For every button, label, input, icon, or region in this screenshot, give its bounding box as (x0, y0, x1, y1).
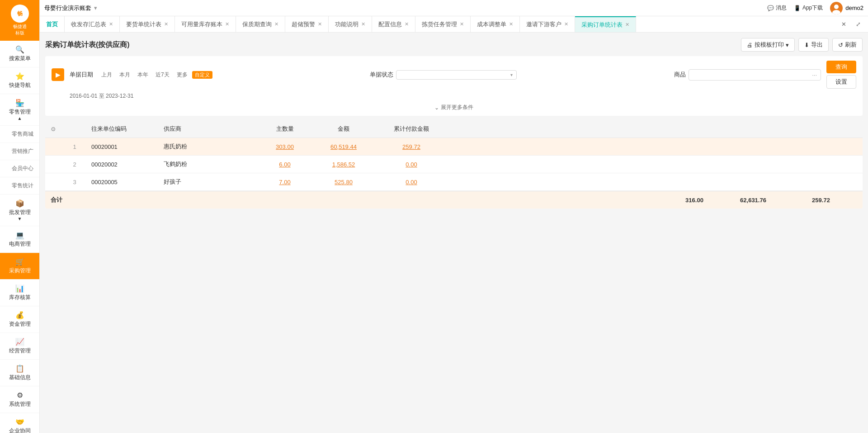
tabbar: 首页 收发存汇总表 ✕ 要货单统计表 ✕ 可用量库存账本 ✕ 保质期查询 ✕ 超… (40, 16, 868, 33)
retail-icon: 🏪 (15, 99, 24, 107)
tab-shoufahu-label: 收发存汇总表 (71, 20, 106, 29)
page-title: 采购订单统计表(按供应商) (45, 40, 130, 50)
tab-chaochao-close[interactable]: ✕ (318, 21, 322, 27)
row2-paid[interactable]: 0.00 (375, 156, 448, 173)
tab-keyong-close[interactable]: ✕ (225, 21, 229, 27)
query-button[interactable]: 查询 (826, 61, 856, 73)
tab-expand-button[interactable]: ⤢ (852, 18, 864, 31)
filter-date-range-row: 2016-01-01 至 2023-12-31 (52, 92, 856, 100)
tab-chengben[interactable]: 成本调整单 ✕ (471, 16, 520, 33)
tab-chaochao-label: 超储预警 (292, 20, 315, 29)
sidebar-label-purchase: 采购管理 (9, 267, 31, 275)
expand-icon: ⌄ (434, 105, 439, 111)
row3-qty[interactable]: 7.00 (258, 173, 312, 191)
row2-amount[interactable]: 1,586.52 (312, 156, 375, 173)
tab-caigou[interactable]: 采购订单统计表 ✕ (575, 16, 636, 33)
settings-gear-icon[interactable]: ⚙ (51, 126, 56, 133)
export-button[interactable]: ⬇ 导出 (798, 38, 829, 52)
sidebar-item-batch[interactable]: 📦 批发管理 ▼ (0, 195, 39, 226)
sidebar-label-basic: 基础信息 (9, 374, 31, 381)
sidebar-item-quick[interactable]: ⭐ 快捷导航 (0, 67, 39, 94)
refresh-button[interactable]: ↺ 刷新 (832, 38, 863, 52)
row2-code: 00020002 (86, 156, 158, 173)
status-dropdown[interactable]: ▾ (396, 70, 517, 80)
tab-peizhi[interactable]: 配置信息 ✕ (372, 16, 415, 33)
sidebar-item-system[interactable]: ⚙ 系统管理 (0, 386, 39, 413)
tab-yaoqing[interactable]: 邀请下游客户 ✕ (520, 16, 575, 33)
tab-tuohuo-close[interactable]: ✕ (460, 21, 464, 27)
print-button[interactable]: 🖨 按模板打印 ▾ (741, 38, 795, 52)
row1-qty[interactable]: 303.00 (258, 138, 312, 156)
row3-amount[interactable]: 525.80 (312, 173, 375, 191)
sidebar: 畅 畅捷通 标版 🔍 搜索菜单 ⭐ 快捷导航 🏪 零售管理 ▲ 零售商城 营销推… (0, 0, 40, 433)
tab-baozhi[interactable]: 保质期查询 ✕ (236, 16, 285, 33)
expand-more-area: ⌄ 展开更多条件 (52, 104, 856, 111)
user-menu[interactable]: demo2 (830, 2, 863, 14)
tab-baozhi-close[interactable]: ✕ (274, 21, 278, 27)
shortcut-last-month[interactable]: 上月 (99, 70, 115, 80)
sidebar-item-finance[interactable]: 💰 资金管理 (0, 306, 39, 333)
tab-keyong[interactable]: 可用量库存账本 ✕ (175, 16, 236, 33)
shortcut-more[interactable]: 更多 (174, 70, 190, 80)
shortcut-this-month[interactable]: 本月 (117, 70, 133, 80)
shortcut-this-year[interactable]: 本年 (135, 70, 151, 80)
sidebar-item-search[interactable]: 🔍 搜索菜单 (0, 41, 39, 67)
row2-seq: 2 (63, 156, 86, 173)
table-footer: 合计 316.00 62,631.76 259.72 (45, 191, 863, 209)
system-icon: ⚙ (17, 391, 23, 400)
sidebar-label-search: 搜索菜单 (9, 55, 31, 62)
sidebar-item-retail[interactable]: 🏪 零售管理 ▲ (0, 94, 39, 126)
row2-qty[interactable]: 6.00 (258, 156, 312, 173)
row3-paid[interactable]: 0.00 (375, 173, 448, 191)
sidebar-item-inventory[interactable]: 📊 库存核算 (0, 280, 39, 306)
tab-peizhi-close[interactable]: ✕ (405, 21, 409, 27)
row1-amount[interactable]: 60,519.44 (312, 138, 375, 156)
export-icon: ⬇ (804, 42, 809, 48)
filter-toggle-button[interactable]: ▶ (52, 68, 64, 81)
tab-caigou-close[interactable]: ✕ (625, 22, 629, 28)
export-label: 导出 (811, 41, 823, 49)
sidebar-item-basic[interactable]: 📋 基础信息 (0, 360, 39, 386)
footer-amount: 62,631.76 (722, 197, 785, 204)
message-label: 消息 (776, 4, 787, 12)
shortcut-7days[interactable]: 近7天 (153, 70, 172, 80)
sidebar-item-enterprise[interactable]: 🤝 企业协同 (0, 413, 39, 433)
tab-gongneng[interactable]: 功能说明 ✕ (329, 16, 372, 33)
custom-date-badge[interactable]: 自定义 (192, 71, 212, 79)
tab-chengben-close[interactable]: ✕ (509, 21, 513, 27)
th-settings[interactable]: ⚙ (45, 120, 63, 138)
sidebar-label-operation: 经营管理 (9, 347, 31, 355)
tab-yaohuo-close[interactable]: ✕ (164, 21, 168, 27)
sidebar-item-member[interactable]: 会员中心 (0, 160, 39, 177)
company-dropdown-icon[interactable]: ▾ (94, 5, 97, 11)
tab-yaoqing-close[interactable]: ✕ (564, 21, 568, 27)
sidebar-item-marketing[interactable]: 营销推广 (0, 143, 39, 160)
sidebar-item-ecom[interactable]: 💻 电商管理 (0, 226, 39, 253)
goods-input[interactable]: ··· (689, 69, 821, 81)
status-dropdown-arrow: ▾ (510, 72, 513, 77)
tab-gongneng-close[interactable]: ✕ (361, 21, 365, 27)
purchase-icon: 🛒 (15, 257, 24, 266)
sidebar-item-retail-stat[interactable]: 零售统计 (0, 177, 39, 195)
tab-chaochao[interactable]: 超储预警 ✕ (285, 16, 329, 33)
sidebar-item-purchase[interactable]: 🛒 采购管理 (0, 253, 39, 280)
tab-yaoqing-label: 邀请下游客户 (526, 20, 561, 29)
message-button[interactable]: 💬 消息 (767, 4, 787, 12)
page-content: 采购订单统计表(按供应商) 🖨 按模板打印 ▾ ⬇ 导出 ↺ 刷新 (40, 33, 868, 433)
tab-shoufahu-close[interactable]: ✕ (109, 21, 113, 27)
tab-tuohuo[interactable]: 拣货任务管理 ✕ (415, 16, 471, 33)
sidebar-item-operation[interactable]: 📈 经营管理 (0, 333, 39, 360)
tab-yaohuo[interactable]: 要货单统计表 ✕ (120, 16, 175, 33)
table-header-row: ⚙ 往来单位编码 供应商 主数量 金额 累计付款金额 (45, 120, 863, 138)
row3-extra (448, 173, 863, 191)
settings-button[interactable]: 设置 (826, 75, 856, 89)
topbar-right: 💬 消息 📱 App下载 demo2 (767, 2, 863, 14)
app-download-button[interactable]: 📱 App下载 (794, 4, 823, 12)
tab-shoufahu[interactable]: 收发存汇总表 ✕ (65, 16, 120, 33)
sidebar-item-retail-shop[interactable]: 零售商城 (0, 126, 39, 143)
expand-more-button[interactable]: ⌄ 展开更多条件 (434, 104, 473, 111)
row1-paid[interactable]: 259.72 (375, 138, 448, 156)
tab-close-all-button[interactable]: ✕ (837, 18, 850, 31)
tab-caigou-label: 采购订单统计表 (581, 21, 623, 29)
tab-home[interactable]: 首页 (40, 16, 65, 33)
